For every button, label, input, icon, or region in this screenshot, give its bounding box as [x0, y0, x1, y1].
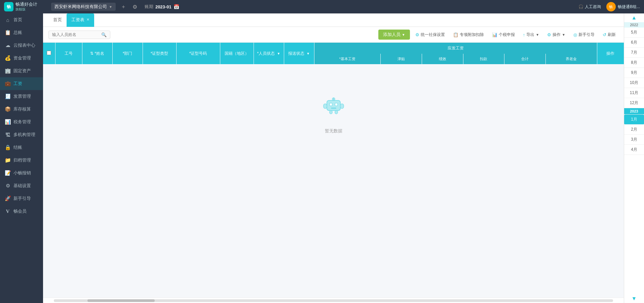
settings-nav-icon: ⚙: [5, 183, 11, 189]
svg-rect-8: [330, 111, 332, 114]
guide-icon: 🚀: [5, 196, 11, 202]
header-base-salary: *基本工资: [314, 54, 381, 64]
month-item-9[interactable]: 9月: [624, 68, 644, 78]
month-item-mar[interactable]: 3月: [624, 135, 644, 145]
sidebar-item-cloud-report[interactable]: ☁ 云报表中心: [0, 39, 43, 52]
sidebar-label-multi-org: 多机构管理: [13, 132, 35, 138]
header-status[interactable]: *人员状态 ▼: [254, 43, 284, 64]
month-list: 5月 6月 7月 8月 9月 10月 11月 12月 2023 1月 2月 3月…: [624, 28, 644, 294]
search-input[interactable]: [52, 32, 99, 37]
header-dept: *部门: [112, 43, 143, 64]
tab-salary[interactable]: 工资表 ✕: [67, 13, 94, 27]
sidebar-label-tax: 税务管理: [13, 119, 31, 125]
sidebar-item-fund[interactable]: 💰 资金管理: [0, 52, 43, 64]
header-actions: ＋ ⚙: [119, 2, 139, 11]
refresh-action[interactable]: ↺ 刷新: [600, 31, 618, 39]
header-operations: 操作: [597, 43, 624, 64]
svg-rect-1: [330, 103, 332, 106]
header-checkbox[interactable]: [43, 43, 55, 64]
month-item-8[interactable]: 8月: [624, 58, 644, 68]
empty-text: 暂无数据: [325, 128, 342, 134]
sidebar-item-vip[interactable]: V 畅会员: [0, 205, 43, 218]
special-deduction-action[interactable]: 📋 专项附加扣除: [450, 31, 487, 39]
sidebar-label-inventory: 库存核算: [13, 106, 31, 112]
sidebar-item-inventory[interactable]: 📦 库存核算: [0, 103, 43, 116]
operations-action[interactable]: ⚙ 操作 ▼: [544, 31, 568, 39]
tab-close-icon[interactable]: ✕: [86, 17, 89, 22]
month-item-7[interactable]: 7月: [624, 48, 644, 58]
headset-icon: 🎧: [578, 4, 583, 9]
month-item-12[interactable]: 12月: [624, 98, 644, 108]
panel-down-icon[interactable]: ▼: [632, 296, 637, 302]
sidebar-item-tax[interactable]: 📊 税务管理: [0, 116, 43, 128]
tax-report-label: 个税申报: [499, 32, 515, 38]
month-item-feb[interactable]: 2月: [624, 125, 644, 135]
sidebar-item-guide[interactable]: 🚀 新手引导: [0, 192, 43, 205]
refresh-icon: ↺: [603, 32, 606, 37]
content-area: 首页 工资表 ✕ 🔍 添加人员 ▼ ⚙ 统一社保设置 📋: [43, 13, 624, 303]
month-item-apr[interactable]: 4月: [624, 145, 644, 155]
select-all-checkbox[interactable]: [47, 51, 51, 55]
header-performance: 绩效: [422, 54, 463, 64]
tax-report-action[interactable]: 📊 个税申报: [489, 31, 518, 39]
scroll-thumb[interactable]: [87, 299, 155, 302]
service-button[interactable]: 🎧 人工咨询: [578, 4, 601, 10]
header-cert-num: *证型号码: [176, 43, 220, 64]
month-item-11[interactable]: 11月: [624, 88, 644, 98]
sidebar-item-salary[interactable]: 💼 工资: [0, 77, 43, 90]
calendar-icon[interactable]: 📅: [174, 4, 179, 9]
sidebar-item-invoice[interactable]: 🧾 发票管理: [0, 90, 43, 103]
month-item-6[interactable]: 6月: [624, 38, 644, 48]
sidebar-item-ledger[interactable]: 📋 总账: [0, 26, 43, 39]
export-icon: ↑: [523, 32, 525, 37]
new-guide-label: 新手引导: [578, 32, 595, 38]
scroll-track[interactable]: [54, 299, 613, 302]
sidebar-item-multi-org[interactable]: 🏗 多机构管理: [0, 128, 43, 141]
search-box: 🔍: [48, 31, 110, 39]
new-guide-action[interactable]: ◎ 新手引导: [571, 31, 597, 39]
sidebar-item-close[interactable]: 🔒 结账: [0, 141, 43, 154]
panel-up-nav: ▲: [624, 13, 644, 22]
status-filter-icon[interactable]: ▼: [277, 52, 280, 55]
special-deduction-icon: 📋: [453, 32, 458, 37]
header-nation: 国籍（地区）: [220, 43, 254, 64]
user-area[interactable]: 畅 畅捷通B组...: [606, 2, 640, 11]
sidebar-item-home[interactable]: ⌂ 首页: [0, 13, 43, 26]
social-settings-action[interactable]: ⚙ 统一社保设置: [413, 31, 448, 39]
sidebar-label-salary: 工资: [13, 81, 22, 87]
report-filter-icon[interactable]: ▼: [306, 52, 310, 55]
month-item-10[interactable]: 10月: [624, 78, 644, 88]
export-action[interactable]: ↑ 导出 ▼: [520, 31, 542, 39]
add-icon[interactable]: ＋: [119, 2, 128, 11]
settings-icon[interactable]: ⚙: [130, 2, 139, 11]
add-person-button[interactable]: 添加人员 ▼: [378, 30, 410, 40]
sidebar-item-archive[interactable]: 📁 归档管理: [0, 154, 43, 167]
right-panel: ▲ 2022 5月 6月 7月 8月 9月 10月 11月 12月 2023 1…: [624, 13, 644, 303]
export-chevron-icon: ▼: [536, 33, 539, 37]
operations-label: 操作: [553, 32, 561, 38]
header-report-status[interactable]: 报送状态 ▼: [284, 43, 314, 64]
panel-up-icon[interactable]: ▲: [632, 15, 637, 21]
month-item-5[interactable]: 5月: [624, 28, 644, 38]
cloud-icon: ☁: [5, 42, 11, 48]
month-item-jan[interactable]: 1月: [624, 115, 644, 125]
table-body: 暂无数据: [43, 64, 624, 161]
sidebar-item-settings[interactable]: ⚙ 基础设置: [0, 179, 43, 192]
add-chevron-icon: ▼: [402, 33, 405, 37]
logo-text: 畅通好会计: [15, 2, 37, 7]
scroll-area: [43, 298, 624, 303]
panel-down-nav: ▼: [624, 294, 644, 303]
tab-bar: 首页 工资表 ✕: [43, 13, 624, 27]
expense-icon: 📝: [5, 170, 11, 176]
sidebar-item-fixed-asset[interactable]: 🏢 固定资产: [0, 64, 43, 77]
header-salary-group: 应发工资: [314, 43, 597, 54]
tab-home[interactable]: 首页: [48, 13, 67, 27]
company-selector[interactable]: 西安虾米网络科技有限公司 ▼: [51, 3, 116, 11]
sidebar-item-expense[interactable]: 📝 小畅报销: [0, 167, 43, 179]
header-total: 合计: [504, 54, 546, 64]
ledger-icon: 📋: [5, 30, 11, 36]
sidebar-label-settings: 基础设置: [13, 183, 31, 189]
sidebar-label-ledger: 总账: [13, 30, 22, 36]
empty-icon: [320, 91, 347, 123]
period-area: 账期 2023-01 📅: [145, 4, 179, 10]
